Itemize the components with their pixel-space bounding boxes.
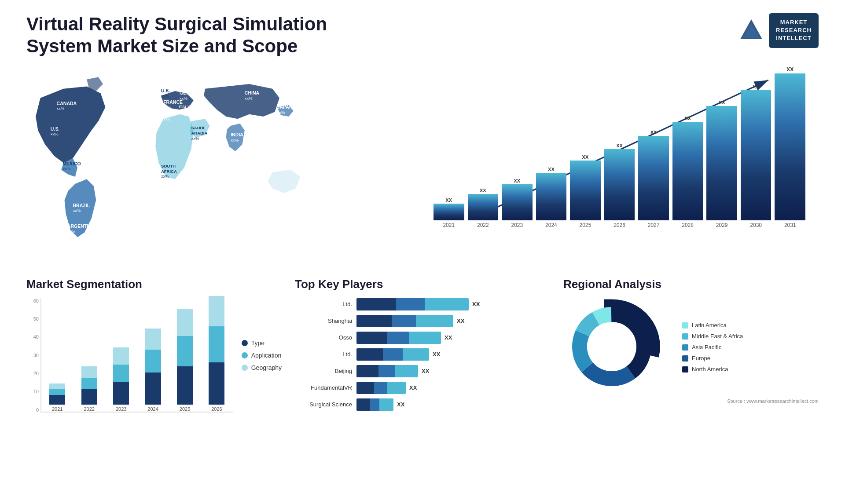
player-bar-container-ltd2: XX	[356, 348, 550, 361]
growth-chart: XX XX XX XX	[429, 71, 810, 256]
player-name-osso: Osso	[295, 334, 352, 341]
bar-seg2-beijing	[378, 365, 395, 377]
segmentation-section: Market Segmentation 60 50 40 30 20 10 0	[26, 278, 282, 415]
player-xx-ltd1: XX	[472, 301, 480, 307]
player-name-shanghai: Shanghai	[295, 318, 352, 324]
seg-geo-2023	[113, 347, 129, 365]
bar-group-2030: XX	[741, 84, 772, 220]
germany-value: xx%	[180, 96, 187, 101]
year-label-2028: 2028	[672, 222, 703, 228]
bar-seg1-fundamentalvr	[356, 382, 374, 394]
player-row-beijing: Beijing XX	[295, 365, 550, 377]
saudi-value: xx%	[191, 135, 199, 140]
legend-label-type: Type	[251, 340, 265, 347]
bar-2027	[638, 136, 669, 220]
seg-type-2023	[113, 382, 129, 405]
seg-year-2021: 2021	[52, 406, 62, 412]
seg-type-2026	[209, 362, 224, 405]
uk-value: xx%	[161, 93, 169, 98]
segmentation-title: Market Segmentation	[26, 278, 282, 291]
brazil-label: BRAZIL	[73, 202, 90, 208]
bar-label-2030: XX	[753, 84, 759, 89]
brazil-value: xx%	[73, 208, 81, 213]
bar-seg1-surgicalscience	[356, 398, 370, 411]
regional-title: Regional Analysis	[563, 278, 819, 291]
top-row: CANADA xx% U.S. xx% MEXICO xx% BRAZIL xx…	[26, 66, 819, 269]
legend-europe: Europe	[682, 355, 743, 362]
legend-north-america: North America	[682, 366, 743, 373]
seg-bar-2024: 2024	[139, 329, 167, 412]
north-america-shape	[36, 86, 105, 163]
year-label-2029: 2029	[706, 222, 737, 228]
china-label: CHINA	[245, 90, 260, 95]
year-label-2021: 2021	[434, 222, 464, 228]
player-bar-container-fundamentalvr: XX	[356, 382, 550, 394]
year-label-2024: 2024	[536, 222, 567, 228]
bar-group-2025: XX	[570, 154, 601, 220]
header: Virtual Reality Surgical Simulation Syst…	[26, 13, 819, 58]
bar-seg2-surgicalscience	[370, 398, 379, 411]
bar-2024	[536, 173, 567, 220]
bar-label-2027: XX	[650, 130, 657, 135]
france-value: xx%	[163, 105, 171, 110]
bar-2021	[434, 204, 464, 220]
logo-area: MARKET RESEARCH INTELLECT	[738, 13, 819, 48]
argentina-label: ARGENTINA	[67, 223, 95, 229]
bottom-row: Market Segmentation 60 50 40 30 20 10 0	[26, 278, 819, 415]
seg-bar-2026: 2026	[202, 296, 231, 412]
argentina-value: xx%	[67, 229, 75, 234]
seg-year-2023: 2023	[116, 406, 126, 412]
italy-label: ITALY	[179, 104, 190, 109]
bar-2023	[502, 184, 533, 220]
legend-label-middle-east: Middle East & Africa	[692, 333, 743, 340]
bar-group-2022: XX	[468, 188, 499, 220]
legend-type: Type	[242, 340, 282, 347]
legend-label-north-america: North America	[692, 366, 728, 373]
player-xx-osso: XX	[445, 334, 452, 341]
canada-value: xx%	[57, 106, 65, 111]
bar-seg1-ltd1	[356, 298, 396, 310]
germany-label: GERMANY	[180, 90, 203, 95]
seg-stack-2025	[177, 309, 193, 405]
bar-seg3-shanghai	[416, 315, 453, 327]
key-players-section: Top Key Players Ltd. XX	[295, 278, 550, 415]
seg-type-2021	[49, 395, 65, 405]
seg-type-2022	[81, 389, 97, 405]
bar-group-2028: XX	[672, 116, 703, 220]
seg-year-2022: 2022	[84, 406, 94, 412]
seg-geo-2026	[209, 296, 224, 326]
bar-group-2029: XX	[706, 100, 737, 220]
player-row-shanghai: Shanghai XX	[295, 315, 550, 327]
legend-dot-application	[242, 352, 248, 358]
seg-type-2025	[177, 366, 193, 405]
legend-middle-east: Middle East & Africa	[682, 333, 743, 340]
seg-legend: Type Application Geography	[242, 298, 282, 413]
seg-bar-2025: 2025	[171, 309, 199, 412]
player-bar-beijing	[356, 365, 418, 377]
bar-label-2024: XX	[548, 167, 555, 172]
player-bar-container-shanghai: XX	[356, 315, 550, 327]
player-bar-container-beijing: XX	[356, 365, 550, 377]
regional-content: Latin America Middle East & Africa Asia …	[563, 298, 819, 397]
bar-group-2031: XX	[775, 66, 805, 220]
regional-section: Regional Analysis	[563, 278, 819, 415]
bar-seg2-ltd2	[383, 348, 403, 361]
player-row-osso: Osso XX	[295, 332, 550, 344]
bar-2028	[672, 122, 703, 220]
canada-label: CANADA	[57, 100, 77, 106]
growth-chart-section: XX XX XX XX	[420, 66, 819, 269]
bar-seg1-shanghai	[356, 315, 392, 327]
bar-label-2026: XX	[616, 143, 623, 148]
bar-label-2029: XX	[719, 100, 725, 105]
growth-year-labels: 2021 2022 2023 2024 2025 2026 2027 2028 …	[429, 222, 810, 228]
legend-color-europe	[682, 355, 688, 362]
seg-geo-2024	[145, 329, 161, 350]
world-map-svg: CANADA xx% U.S. xx% MEXICO xx% BRAZIL xx…	[26, 66, 407, 269]
bar-seg1-ltd2	[356, 348, 383, 361]
legend-color-middle-east	[682, 333, 688, 340]
donut-center	[587, 322, 636, 371]
year-label-2025: 2025	[570, 222, 601, 228]
player-bar-shanghai	[356, 315, 453, 327]
year-label-2022: 2022	[468, 222, 499, 228]
mexico-value: xx%	[62, 166, 70, 171]
